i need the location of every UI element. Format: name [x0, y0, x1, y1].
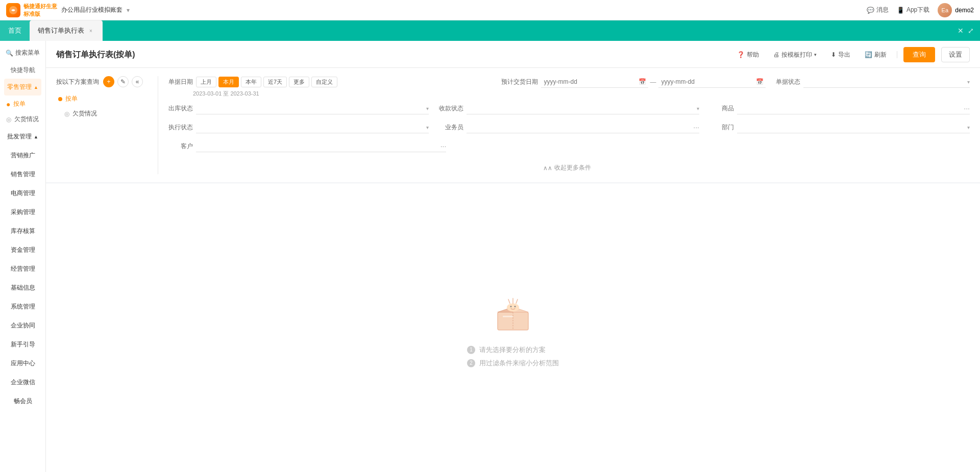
sidebar-quick-nav[interactable]: 快捷导航 — [0, 63, 45, 78]
print-dropdown-icon: ▾ — [814, 52, 817, 57]
date-btn-7days[interactable]: 近7天 — [263, 77, 287, 87]
search-menu-btn[interactable]: 🔍 搜索菜单 — [4, 46, 41, 60]
empty-state: 1 请先选择要分析的方案 2 用过滤条件来缩小分析范围 — [46, 183, 980, 472]
edit-plan-btn[interactable]: ✎ — [117, 76, 129, 87]
out-status-input[interactable] — [196, 103, 426, 114]
date-btn-more[interactable]: 更多 — [289, 77, 309, 87]
tab-active[interactable]: 销售订单执行表 × — [30, 20, 103, 41]
sidebar-item-wholesale[interactable]: 批发管理 ▲ — [4, 128, 41, 145]
sidebar-item-purchase[interactable]: 采购管理 — [2, 204, 43, 221]
calendar-icon-1[interactable]: 📅 — [636, 78, 648, 85]
expected-date-from[interactable]: 📅 — [541, 76, 648, 88]
date-btn-this-year[interactable]: 本年 — [241, 77, 261, 87]
sidebar-sub-item-欠货情况[interactable]: ◎ 欠货情况 — [2, 112, 43, 127]
sidebar-item-sales[interactable]: 销售管理 — [2, 166, 43, 183]
add-plan-btn[interactable]: + — [103, 76, 114, 87]
exec-status-arrow-icon[interactable]: ▾ — [426, 125, 429, 130]
sidebar-item-inventory[interactable]: 库存核算 — [2, 223, 43, 240]
filter-row-4: 客户 ··· — [164, 140, 970, 152]
sidebar-item-finance[interactable]: 资金管理 — [2, 242, 43, 258]
salesman-more-icon[interactable]: ··· — [693, 123, 699, 131]
collapse-btn[interactable]: ∧∧ 收起更多条件 — [543, 163, 591, 172]
window-close-btn[interactable]: ✕ — [958, 27, 964, 35]
tab-home[interactable]: 首页 — [0, 20, 30, 41]
dept-input[interactable] — [737, 122, 967, 133]
sidebar-sub-item-按单[interactable]: ● 按单 — [2, 97, 43, 111]
plan-item-欠货情况[interactable]: ◎ 欠货情况 — [56, 106, 152, 121]
sub-item-icon: ◎ — [64, 110, 69, 117]
doc-status-select-wrap[interactable]: ▾ — [803, 76, 970, 88]
sidebar-item-retail[interactable]: 零售管理 ▲ — [4, 79, 41, 96]
app-title: 办公用品行业模拟账套 — [61, 6, 122, 14]
plan-dot-icon — [58, 97, 62, 101]
user-info[interactable]: Ea demo2 — [938, 3, 974, 17]
svg-point-4 — [507, 303, 519, 312]
sidebar-search[interactable]: 🔍 搜索菜单 — [0, 41, 45, 63]
goods-select-wrap[interactable]: ··· — [737, 103, 970, 114]
filter-out-status: 出库状态 ▾ — [164, 103, 429, 114]
dept-select-wrap[interactable]: ▾ — [737, 122, 970, 133]
app-download-action[interactable]: 📱 App下载 — [897, 6, 929, 14]
salesman-select-wrap[interactable]: ··· — [467, 122, 699, 133]
plan-item-按单[interactable]: 按单 — [56, 91, 152, 106]
collapse-plan-btn[interactable]: « — [132, 76, 143, 87]
filter-row-2: 出库状态 ▾ 收款状态 ▾ — [164, 103, 970, 114]
dept-arrow-icon[interactable]: ▾ — [967, 125, 970, 130]
sidebar-item-operation[interactable]: 经营管理 — [2, 261, 43, 277]
expected-date-label: 预计交货日期 — [501, 78, 538, 86]
calendar-icon-2[interactable]: 📅 — [754, 78, 766, 85]
customer-select-wrap[interactable]: ··· — [196, 140, 446, 152]
help-btn[interactable]: ❓ 帮助 — [733, 49, 763, 61]
customer-more-icon[interactable]: ··· — [440, 142, 447, 150]
out-status-arrow-icon[interactable]: ▾ — [426, 106, 429, 111]
out-status-select-wrap[interactable]: ▾ — [196, 103, 429, 114]
salesman-input[interactable] — [467, 122, 693, 133]
doc-status-arrow-icon[interactable]: ▾ — [967, 79, 970, 85]
export-btn[interactable]: ⬇ 导出 — [827, 49, 854, 61]
sidebar-item-enterprise[interactable]: 企业协同 — [2, 317, 43, 334]
date-btn-last-month[interactable]: 上月 — [196, 77, 216, 87]
sidebar-item-system[interactable]: 系统管理 — [2, 298, 43, 315]
sidebar-item-appstore[interactable]: 应用中心 — [2, 355, 43, 372]
payment-status-arrow-icon[interactable]: ▾ — [697, 106, 699, 111]
goods-input[interactable] — [737, 103, 964, 114]
payment-status-input[interactable] — [467, 103, 697, 114]
refresh-btn[interactable]: 🔄 刷新 — [861, 49, 891, 61]
date-btn-this-month[interactable]: 本月 — [218, 77, 239, 87]
download-icon: 📱 — [897, 7, 904, 14]
sidebar-section-wholesale: 批发管理 ▲ — [0, 127, 45, 146]
sidebar-item-basic[interactable]: 基础信息 — [2, 279, 43, 296]
sidebar-item-ecommerce[interactable]: 电商管理 — [2, 185, 43, 202]
doc-status-input[interactable] — [803, 76, 968, 87]
window-resize-btn[interactable]: ⤢ — [968, 27, 974, 35]
collapse-row: ∧∧ 收起更多条件 — [164, 159, 970, 174]
svg-line-7 — [508, 299, 510, 303]
date-btn-custom[interactable]: 自定义 — [311, 77, 337, 87]
expected-date-to-input[interactable] — [658, 76, 754, 87]
goods-more-icon[interactable]: ··· — [964, 104, 970, 112]
tip-num-1: 1 — [467, 346, 475, 354]
sidebar-item-member[interactable]: 畅会员 — [2, 393, 43, 410]
message-action[interactable]: 💬 消息 — [867, 6, 889, 14]
filter-doc-date: 单据日期 上月 本月 本年 近7天 更多 自定义 — [164, 77, 495, 87]
exec-status-label: 执行状态 — [164, 123, 193, 132]
dept-label: 部门 — [705, 123, 734, 132]
customer-input[interactable] — [196, 140, 440, 152]
sidebar-item-newbie[interactable]: 新手引导 — [2, 336, 43, 353]
expected-date-to[interactable]: 📅 — [658, 76, 766, 88]
exec-status-input[interactable] — [196, 122, 426, 133]
exec-status-select-wrap[interactable]: ▾ — [196, 122, 429, 133]
print-btn[interactable]: 🖨 按模板打印 ▾ — [769, 49, 821, 61]
sidebar-item-marketing[interactable]: 营销推广 — [2, 147, 43, 164]
dropdown-icon[interactable]: ▾ — [127, 7, 130, 14]
collapse-up-icon: ∧∧ — [543, 164, 552, 172]
filter-area: 按以下方案查询 + ✎ « 按单 ◎ 欠货情况 — [46, 68, 980, 182]
settings-btn[interactable]: 设置 — [941, 47, 970, 62]
filter-row-3: 执行状态 ▾ 业务员 ··· — [164, 122, 970, 133]
payment-status-select-wrap[interactable]: ▾ — [467, 103, 699, 114]
sidebar-item-wechat[interactable]: 企业微信 — [2, 374, 43, 391]
tab-close-icon[interactable]: × — [87, 27, 94, 34]
query-btn[interactable]: 查询 — [903, 47, 935, 62]
message-icon: 💬 — [867, 7, 874, 14]
expected-date-from-input[interactable] — [541, 76, 636, 87]
